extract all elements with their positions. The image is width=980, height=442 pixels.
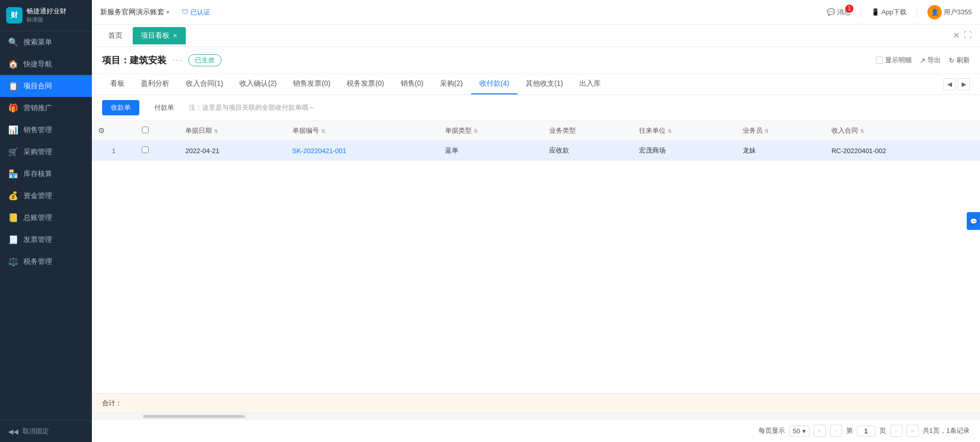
sub-tab-receipts[interactable]: 收付款(4) — [471, 74, 518, 94]
app-edition: 标准版 — [27, 16, 66, 23]
table-row: 1 2022-04-21 SK-20220421-001 蓝单 应收款 宏茂商场… — [92, 141, 980, 161]
sidebar-item-ledger-label: 总账管理 — [23, 213, 52, 223]
sub-tab-kanban-label: 看板 — [110, 79, 125, 87]
page-number-input[interactable]: 1 — [857, 426, 875, 436]
sidebar-item-purchase-label: 采购管理 — [23, 148, 52, 157]
main-area: 新服务官网演示账套 ▾ 🛡 已认证 💬 消息 1 📱 App下载 👤 用 — [92, 0, 980, 442]
page-content: 项目：建筑安装 ··· 已生效 显示明细 ↗ 导出 ↻ 刷新 — [92, 47, 980, 442]
app-name: 畅捷通好业财 — [27, 7, 66, 16]
sort-contract-icon[interactable]: ⇅ — [860, 128, 864, 134]
page-suffix: 页 — [879, 426, 886, 435]
sidebar-item-sales-label: 销售管理 — [23, 126, 52, 135]
unpin-icon: ◀◀ — [8, 428, 18, 435]
sidebar-item-tax-label: 税务管理 — [23, 257, 52, 266]
search-icon: 🔍 — [8, 37, 18, 47]
scrollbar-thumb[interactable] — [143, 415, 245, 418]
messages-button[interactable]: 💬 消息 1 — [827, 8, 850, 17]
sub-nav-arrows: ◀ ▶ — [943, 78, 970, 90]
app-download-button[interactable]: 📱 App下载 — [871, 8, 906, 17]
sub-tab-income-confirm[interactable]: 收入确认(2) — [231, 74, 285, 94]
arrow-right-button[interactable]: ▶ — [958, 78, 970, 90]
settings-gear-icon[interactable]: ⚙ — [98, 126, 105, 135]
sub-tab-kanban[interactable]: 看板 — [102, 74, 133, 94]
sidebar-item-invoice[interactable]: 🧾 发票管理 — [0, 229, 92, 251]
sort-number-icon[interactable]: ⇅ — [321, 128, 325, 134]
tab-project-board-label: 项目看板 — [141, 31, 169, 40]
page-size-select[interactable]: 50 ▾ — [789, 426, 809, 436]
sub-nav: 看板 盈利分析 收入合同(1) 收入确认(2) 销售发票(0) 税务发票(0) … — [92, 74, 980, 95]
sub-tab-sales-invoice[interactable]: 销售发票(0) — [285, 74, 338, 94]
sub-tab-sales[interactable]: 销售(0) — [393, 74, 432, 94]
sidebar-item-invoice-label: 发票管理 — [23, 235, 52, 244]
first-page-button[interactable]: « — [814, 425, 826, 437]
close-icon[interactable]: ✕ — [173, 32, 178, 39]
sidebar-item-inventory[interactable]: 🏪 库存核算 — [0, 163, 92, 185]
table-header-row: ⚙ 单据日期 ⇅ 单据编号 — [92, 121, 980, 141]
account-selector[interactable]: 新服务官网演示账套 ▾ — [100, 8, 169, 17]
chart-icon: 📊 — [8, 125, 18, 135]
prev-page-button[interactable]: ‹ — [830, 425, 842, 437]
shield-icon: 🛡 — [182, 8, 188, 16]
row-number-link[interactable]: SK-20220421-001 — [292, 147, 347, 155]
next-page-button[interactable]: › — [890, 425, 902, 437]
user-profile-button[interactable]: 👤 用户3355 — [927, 5, 972, 19]
sidebar-item-ledger[interactable]: 📒 总账管理 — [0, 207, 92, 229]
sort-date-icon[interactable]: ⇅ — [214, 128, 218, 134]
last-page-button[interactable]: » — [906, 425, 919, 437]
sort-type-icon[interactable]: ⇅ — [474, 128, 478, 134]
sidebar-item-marketing[interactable]: 🎁 营销推广 — [0, 97, 92, 119]
sort-salesperson-icon[interactable]: ⇅ — [765, 128, 769, 134]
row-biz-type: 应收款 — [543, 141, 633, 161]
ledger-icon: 📒 — [8, 213, 18, 223]
filter-receipts-button[interactable]: 收款单 — [102, 100, 139, 115]
close-window-icon[interactable]: ✕ — [953, 31, 960, 40]
horizontal-scrollbar[interactable] — [92, 413, 980, 419]
row-checkbox[interactable] — [142, 146, 149, 153]
sidebar-bottom-label: 取消固定 — [22, 427, 49, 436]
sidebar-unpin[interactable]: ◀◀ 取消固定 — [0, 420, 92, 442]
sidebar-item-quicknav-label: 快捷导航 — [23, 60, 52, 69]
sub-tab-other-income[interactable]: 其他收支(1) — [518, 74, 571, 94]
table-footer: 合计： — [92, 393, 980, 413]
sidebar-item-sales[interactable]: 📊 销售管理 — [0, 119, 92, 141]
sub-tab-income-contract[interactable]: 收入合同(1) — [178, 74, 231, 94]
tax-icon: ⚖️ — [8, 257, 18, 266]
sidebar-item-projectcontract[interactable]: 📋 项目合同 — [0, 75, 92, 97]
sidebar-item-inventory-label: 库存核算 — [23, 169, 52, 179]
feedback-tab[interactable]: 💬 — [967, 212, 980, 230]
project-more-button[interactable]: ··· — [173, 56, 182, 65]
sidebar-item-tax[interactable]: ⚖️ 税务管理 — [0, 251, 92, 273]
export-button[interactable]: ↗ 导出 — [920, 56, 941, 65]
sidebar-item-quicknav[interactable]: 🏠 快捷导航 — [0, 53, 92, 75]
expand-icon[interactable]: ⛶ — [964, 31, 972, 40]
arrow-left-button[interactable]: ◀ — [943, 78, 955, 90]
show-detail-action[interactable]: 显示明细 — [876, 56, 912, 65]
sub-tab-tax-invoice[interactable]: 税务发票(0) — [338, 74, 392, 94]
select-all-checkbox[interactable] — [142, 127, 149, 133]
show-detail-checkbox[interactable] — [876, 57, 883, 64]
filter-payments-button[interactable]: 付款单 — [145, 100, 183, 115]
row-date: 2022-04-21 — [179, 141, 286, 161]
sidebar-item-funds[interactable]: 💰 资金管理 — [0, 185, 92, 207]
sub-tab-purchase[interactable]: 采购(2) — [432, 74, 471, 94]
tab-project-board[interactable]: 项目看板 ✕ — [133, 27, 186, 44]
sub-tab-warehouse[interactable]: 出入库 — [571, 74, 609, 94]
sub-tab-profit[interactable]: 盈利分析 — [133, 74, 178, 94]
sub-tab-purchase-label: 采购(2) — [440, 79, 463, 87]
refresh-label: 刷新 — [957, 56, 970, 65]
row-contract: RC-20220401-002 — [825, 141, 980, 161]
refresh-button[interactable]: ↻ 刷新 — [949, 56, 970, 65]
sub-tab-sales-label: 销售(0) — [401, 79, 424, 87]
tab-bar-right: ✕ ⛶ — [953, 31, 972, 40]
account-name: 新服务官网演示账套 — [100, 8, 164, 17]
chevron-down-icon: ▾ — [166, 9, 169, 16]
row-partner: 宏茂商场 — [633, 141, 737, 161]
th-biz-type: 业务类型 — [543, 121, 633, 141]
sidebar-item-purchase[interactable]: 🛒 采购管理 — [0, 141, 92, 163]
total-label: 合计： — [102, 399, 122, 407]
verified-badge: 🛡 已认证 — [182, 8, 210, 17]
sidebar-item-search[interactable]: 🔍 搜索菜单 — [0, 31, 92, 53]
tab-home[interactable]: 首页 — [100, 27, 131, 44]
sort-partner-icon[interactable]: ⇅ — [668, 128, 672, 134]
app-download-label: App下载 — [881, 8, 906, 17]
